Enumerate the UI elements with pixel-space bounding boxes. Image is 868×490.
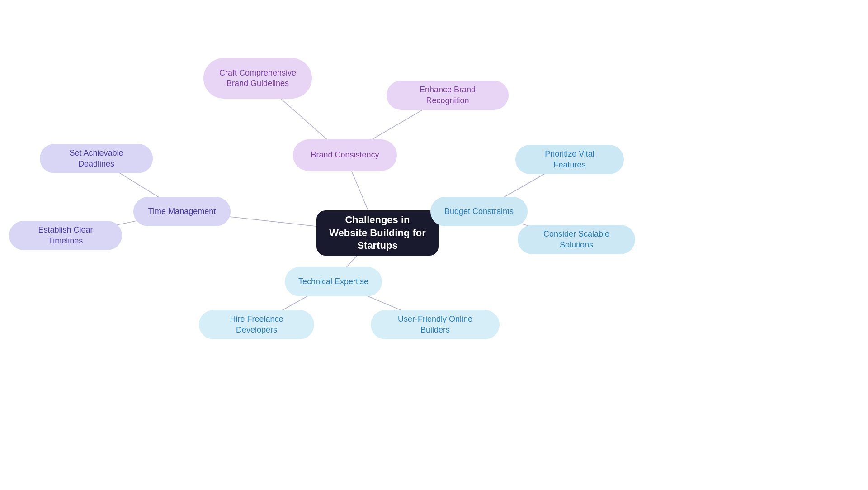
enhance-brand-node: Enhance Brand Recognition [387,81,509,110]
budget-constraints-node: Budget Constraints [430,197,528,226]
prioritize-features-node: Prioritize Vital Features [515,145,624,174]
brand-consistency-node: Brand Consistency [293,139,397,171]
set-deadlines-node: Set Achievable Deadlines [40,144,153,173]
hire-freelance-node: Hire Freelance Developers [199,310,314,339]
establish-timelines-node: Establish Clear Timelines [9,221,122,250]
center-node: Challenges in Website Building for Start… [316,210,439,256]
scalable-solutions-node: Consider Scalable Solutions [518,225,635,254]
time-management-node: Time Management [133,197,231,226]
technical-expertise-node: Technical Expertise [285,267,382,296]
online-builders-node: User-Friendly Online Builders [371,310,500,339]
craft-brand-node: Craft Comprehensive Brand Guidelines [203,58,312,99]
